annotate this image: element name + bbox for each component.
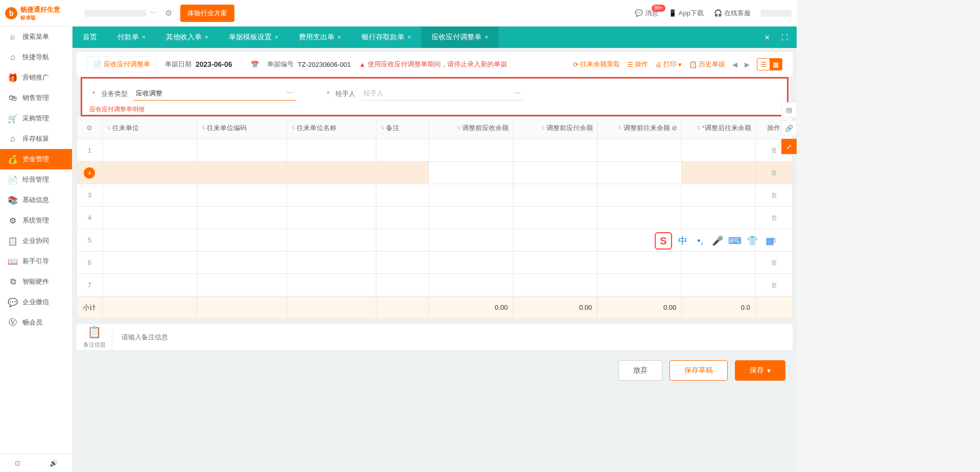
- gear-icon[interactable]: ⚙: [165, 8, 172, 18]
- sidebar-item-7[interactable]: 📄经营管理: [0, 169, 72, 190]
- doc-no: TZ-20230606-001: [298, 61, 351, 68]
- table-row[interactable]: +🗑: [77, 162, 793, 184]
- tab-6[interactable]: 应收应付调整单×: [421, 27, 498, 48]
- save-button[interactable]: 保存▾: [735, 360, 785, 381]
- close-all-icon[interactable]: ✕: [761, 31, 773, 43]
- col-remark[interactable]: 备注: [386, 123, 399, 133]
- col-name[interactable]: 往来单位名称: [297, 123, 337, 133]
- col-pay[interactable]: 调整前应付余额: [546, 123, 593, 133]
- sidebar-icon: ⌂: [8, 53, 17, 62]
- sidebar-item-10[interactable]: 📋企业协同: [0, 231, 72, 251]
- sidebar-item-8[interactable]: 📚基础信息: [0, 190, 72, 210]
- close-icon[interactable]: ×: [408, 34, 411, 41]
- delete-row-icon[interactable]: 🗑: [771, 214, 777, 221]
- sidebar-item-2[interactable]: 🎁营销推广: [0, 67, 72, 88]
- ime-dot-icon[interactable]: •,: [694, 234, 707, 247]
- sidebar-icon: ⚙: [8, 216, 17, 225]
- close-icon[interactable]: ×: [142, 34, 146, 41]
- messages-button[interactable]: 💬 消息 99+: [635, 9, 658, 18]
- tab-label: 首页: [83, 33, 97, 42]
- prev-icon[interactable]: ◀: [732, 61, 737, 68]
- add-row-button[interactable]: +: [84, 167, 95, 179]
- next-icon[interactable]: ▶: [745, 61, 750, 68]
- save-draft-button[interactable]: 保存草稿: [670, 360, 728, 381]
- ime-s-icon[interactable]: S: [655, 232, 672, 250]
- col-recv[interactable]: 调整前应收余额: [462, 123, 509, 133]
- sidebar-item-9[interactable]: ⚙系统管理: [0, 210, 72, 231]
- subtotal-row: 小计0.000.000.000.0: [77, 296, 793, 319]
- sidebar-item-11[interactable]: 📖新手引导: [0, 251, 72, 271]
- biz-label: 业务类型: [101, 89, 128, 98]
- tab-4[interactable]: 费用支出单×: [289, 27, 351, 48]
- sidebar-item-0[interactable]: ⌕搜索菜单: [0, 27, 72, 47]
- table-row[interactable]: 4🗑: [77, 207, 793, 229]
- ime-keyboard-icon[interactable]: ⌨: [728, 234, 742, 247]
- sidebar-item-label: 新手引导: [22, 257, 49, 266]
- tab-3[interactable]: 单据模板设置×: [219, 27, 289, 48]
- table-row[interactable]: 6🗑: [77, 252, 793, 274]
- rail-link-icon[interactable]: 🔗: [781, 120, 797, 136]
- sidebar-item-label: 企业协同: [22, 236, 49, 245]
- user-avatar[interactable]: [761, 10, 792, 17]
- rail-note-icon[interactable]: ▤: [781, 102, 797, 117]
- history-button[interactable]: 📋 历史单据: [689, 60, 725, 69]
- close-icon[interactable]: ×: [485, 34, 488, 41]
- sidebar-item-3[interactable]: 🛍销售管理: [0, 88, 72, 108]
- detail-view-icon[interactable]: ▦: [770, 59, 782, 70]
- discard-button[interactable]: 放弃: [618, 360, 662, 381]
- app-download-button[interactable]: 📱 App下载: [668, 9, 704, 18]
- col-after[interactable]: 调整后往来余额: [705, 123, 751, 133]
- calendar-icon[interactable]: 📅: [251, 61, 259, 68]
- close-icon[interactable]: ×: [205, 34, 208, 41]
- table-row[interactable]: 7🗑: [77, 274, 793, 296]
- table-row[interactable]: 3🗑: [77, 184, 793, 207]
- col-unit[interactable]: 往来单位: [112, 123, 139, 133]
- fullscreen-icon[interactable]: ⛶: [778, 31, 791, 43]
- sound-icon[interactable]: 🔊: [50, 459, 58, 467]
- collapse-icon[interactable]: ⊡: [15, 459, 20, 467]
- biz-type-select[interactable]: 应收调整 ﹀: [133, 87, 296, 101]
- col-code[interactable]: 往来单位编码: [207, 123, 247, 133]
- company-select[interactable]: ﹀: [85, 9, 157, 18]
- rail-expand-icon[interactable]: ⤢: [781, 139, 797, 154]
- view-toggle[interactable]: ☰ ▦: [757, 58, 782, 70]
- more-icon: ⋯: [514, 89, 521, 98]
- col-bal[interactable]: 调整前往来余额 ⊘: [624, 123, 678, 133]
- trial-button[interactable]: 体验行业方案: [180, 5, 234, 22]
- ime-shirt-icon[interactable]: 👕: [746, 234, 759, 247]
- tab-2[interactable]: 其他收入单×: [156, 27, 219, 48]
- sidebar-item-5[interactable]: ⌂库存核算: [0, 129, 72, 149]
- sidebar-item-13[interactable]: 💬企业微信: [0, 292, 72, 312]
- delete-row-icon[interactable]: 🗑: [771, 191, 777, 199]
- close-icon[interactable]: ×: [338, 34, 341, 41]
- delete-row-icon[interactable]: 🗑: [771, 169, 777, 177]
- balance-reset-button[interactable]: ⟳ 往来余额重取: [573, 60, 620, 69]
- delete-row-icon[interactable]: 🗑: [771, 259, 777, 266]
- delete-row-icon[interactable]: 🗑: [771, 281, 777, 289]
- doc-date-input[interactable]: [196, 60, 247, 68]
- tab-1[interactable]: 付款单×: [107, 27, 156, 48]
- ime-grid-icon[interactable]: ▦: [763, 234, 776, 247]
- sidebar-item-12[interactable]: ⧉智能硬件: [0, 271, 72, 292]
- close-icon[interactable]: ×: [275, 34, 278, 41]
- print-button[interactable]: 🖨 打印 ▾: [655, 60, 682, 69]
- sidebar-item-1[interactable]: ⌂快捷导航: [0, 47, 72, 67]
- tab-0[interactable]: 首页: [73, 27, 107, 48]
- handler-select[interactable]: 经手人 ⋯: [361, 87, 524, 101]
- right-rail: ▤ 🔗 ⤢: [781, 102, 797, 154]
- operations-button[interactable]: ☰ 操作: [627, 60, 648, 69]
- list-view-icon[interactable]: ☰: [757, 59, 770, 70]
- sidebar-item-6[interactable]: 💰资金管理: [0, 149, 72, 169]
- ime-mic-icon[interactable]: 🎤: [711, 234, 724, 247]
- notes-icon-block: 📋 备注信息: [77, 324, 112, 350]
- sidebar-item-4[interactable]: 🛒采购管理: [0, 108, 72, 129]
- tab-5[interactable]: 银行存取款单×: [351, 27, 421, 48]
- delete-row-icon[interactable]: 🗑: [771, 146, 777, 154]
- table-row[interactable]: 1🗑: [77, 139, 793, 162]
- no-label: 单据编号: [267, 60, 294, 69]
- ime-zh-icon[interactable]: 中: [676, 234, 689, 247]
- notes-input[interactable]: [112, 324, 793, 350]
- row-gear-header[interactable]: ⚙: [77, 117, 103, 139]
- sidebar-item-14[interactable]: Ⓥ畅会员: [0, 312, 72, 333]
- online-cs-button[interactable]: 🎧 在线客服: [714, 9, 751, 18]
